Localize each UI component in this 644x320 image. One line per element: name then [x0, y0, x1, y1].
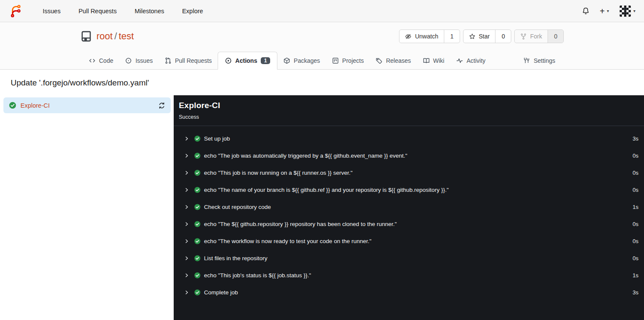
- issue-opened-icon: [125, 57, 132, 64]
- actions-count-badge: 1: [261, 57, 271, 64]
- step-name: List files in the repository: [204, 255, 268, 261]
- step-row[interactable]: echo "The workflow is now ready to test …: [174, 232, 644, 250]
- forgejo-logo-icon[interactable]: [9, 4, 22, 18]
- step-duration: 3s: [632, 289, 638, 296]
- notifications-bell-icon[interactable]: [582, 7, 589, 15]
- step-row[interactable]: Check out repository code 1s: [174, 198, 644, 215]
- job-item-explore-ci[interactable]: Explore-CI: [3, 97, 171, 113]
- success-check-icon: [194, 204, 201, 210]
- success-check-icon: [194, 135, 201, 142]
- success-check-icon: [194, 187, 201, 193]
- success-check-icon: [194, 255, 201, 261]
- success-check-icon: [194, 272, 201, 279]
- chevron-right-icon: [184, 239, 189, 244]
- step-row[interactable]: Complete job 3s: [174, 284, 644, 301]
- star-label: Star: [479, 33, 490, 40]
- user-menu[interactable]: ▾: [619, 5, 635, 17]
- workflow-run-layout: Explore-CI Explore-CI Success Set up job: [0, 95, 644, 320]
- tab-label: Activity: [466, 57, 485, 64]
- tab-label: Wiki: [433, 57, 444, 64]
- tab-issues[interactable]: Issues: [119, 52, 158, 69]
- plus-icon: +: [600, 7, 605, 15]
- success-check-icon: [9, 102, 16, 109]
- success-check-icon: [194, 170, 201, 176]
- step-duration: 3s: [632, 135, 638, 142]
- package-icon: [283, 57, 290, 64]
- job-panel-header: Explore-CI Success: [174, 95, 644, 126]
- navbar-right: + ▾ ▾: [582, 5, 635, 17]
- tab-releases[interactable]: Releases: [370, 52, 417, 69]
- step-name: Check out repository code: [204, 204, 271, 210]
- repo-breadcrumb: root/test: [96, 31, 134, 42]
- chevron-right-icon: [184, 222, 189, 226]
- step-name: echo "The name of your branch is ${{ git…: [204, 187, 449, 193]
- tab-label: Projects: [342, 57, 364, 64]
- star-button[interactable]: Star: [463, 30, 496, 43]
- tab-label: Packages: [294, 57, 320, 64]
- chevron-right-icon: [184, 188, 189, 192]
- create-new-dropdown[interactable]: + ▾: [600, 7, 609, 15]
- tab-settings[interactable]: Settings: [517, 52, 561, 69]
- step-row[interactable]: echo "The job was automatically triggere…: [174, 147, 644, 164]
- settings-tools-icon: [523, 57, 530, 64]
- step-duration: 0s: [632, 255, 638, 261]
- nav-issues[interactable]: Issues: [34, 8, 70, 15]
- step-row[interactable]: echo "This job's status is ${{ job.statu…: [174, 267, 644, 284]
- page-title: Update '.forgejo/workflows/demo.yaml': [0, 70, 644, 95]
- fork-button: Fork: [515, 30, 548, 43]
- repo-owner-link[interactable]: root: [96, 31, 113, 41]
- chevron-right-icon: [184, 136, 189, 141]
- forks-count: 0: [548, 30, 563, 43]
- repo-name-link[interactable]: test: [119, 31, 134, 41]
- step-duration: 1s: [632, 272, 638, 279]
- tab-pull-requests[interactable]: Pull Requests: [159, 52, 218, 69]
- eye-slash-icon: [405, 33, 411, 40]
- tab-wiki[interactable]: Wiki: [417, 52, 450, 69]
- step-row[interactable]: echo "This job is now running on a ${{ r…: [174, 164, 644, 181]
- tab-label: Actions: [235, 57, 257, 64]
- chevron-right-icon: [184, 256, 189, 261]
- project-board-icon: [332, 57, 339, 64]
- repo-title-row: root/test Unwatch 1: [80, 22, 564, 43]
- code-icon: [89, 57, 96, 64]
- tab-packages[interactable]: Packages: [277, 52, 326, 69]
- git-pull-request-icon: [165, 57, 172, 64]
- success-check-icon: [194, 289, 201, 296]
- tab-activity[interactable]: Activity: [450, 52, 491, 69]
- tab-label: Releases: [386, 57, 411, 64]
- tab-label: Issues: [135, 57, 152, 64]
- step-duration: 1s: [632, 204, 638, 210]
- tab-code[interactable]: Code: [83, 52, 119, 69]
- step-row[interactable]: List files in the repository 0s: [174, 250, 644, 267]
- repo-header: root/test Unwatch 1: [0, 22, 644, 70]
- step-row[interactable]: Set up job 3s: [174, 130, 644, 147]
- nav-milestones[interactable]: Milestones: [125, 8, 173, 15]
- stars-count[interactable]: 0: [495, 30, 511, 43]
- unwatch-label: Unwatch: [415, 33, 438, 40]
- tab-actions[interactable]: Actions 1: [218, 52, 277, 70]
- nav-pull-requests[interactable]: Pull Requests: [70, 8, 125, 15]
- rerun-job-icon[interactable]: [158, 102, 165, 109]
- unwatch-button[interactable]: Unwatch: [399, 30, 444, 43]
- tag-icon: [376, 57, 382, 64]
- tab-label: Settings: [533, 57, 555, 64]
- step-row[interactable]: echo "The ${{ github.repository }} repos…: [174, 215, 644, 232]
- top-navbar: Issues Pull Requests Milestones Explore …: [0, 0, 644, 22]
- tab-projects[interactable]: Projects: [326, 52, 370, 69]
- jobs-sidebar: Explore-CI: [0, 95, 174, 320]
- star-button-group: Star 0: [463, 29, 511, 43]
- chevron-right-icon: [184, 153, 189, 158]
- tab-label: Pull Requests: [175, 57, 212, 64]
- chevron-right-icon: [184, 205, 189, 209]
- step-name: echo "The ${{ github.repository }} repos…: [204, 221, 397, 227]
- pulse-icon: [456, 57, 463, 64]
- play-circle-icon: [225, 57, 232, 64]
- star-icon: [469, 33, 475, 40]
- step-row[interactable]: echo "The name of your branch is ${{ git…: [174, 181, 644, 198]
- watch-button-group: Unwatch 1: [399, 29, 460, 43]
- step-name: Set up job: [204, 135, 230, 142]
- step-duration: 0s: [632, 187, 638, 193]
- job-name: Explore-CI: [20, 102, 50, 109]
- nav-explore[interactable]: Explore: [173, 8, 212, 15]
- watchers-count[interactable]: 1: [444, 30, 460, 43]
